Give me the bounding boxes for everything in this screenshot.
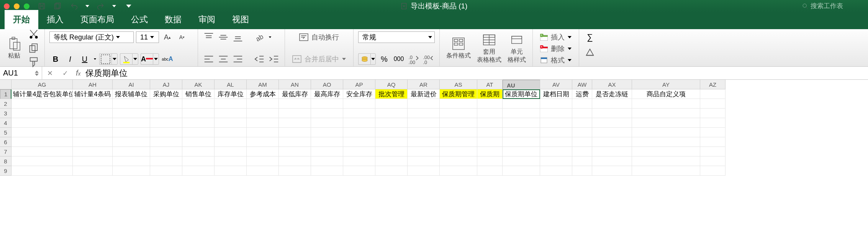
cell-AV4[interactable] <box>540 118 572 128</box>
cell-AP3[interactable] <box>343 109 375 118</box>
cell-AZ6[interactable] <box>700 137 726 147</box>
cell-AJ6[interactable] <box>150 137 182 147</box>
cell-AI4[interactable] <box>113 118 150 128</box>
cell-AO4[interactable] <box>311 118 343 128</box>
cell-AP4[interactable] <box>343 118 375 128</box>
cell-AH9[interactable] <box>73 166 113 176</box>
cell-AP2[interactable] <box>343 99 375 109</box>
zoom-window-button[interactable] <box>24 3 29 9</box>
cell-AW9[interactable] <box>572 166 592 176</box>
cell-AX5[interactable] <box>592 128 632 137</box>
cell-AG2[interactable] <box>11 99 73 109</box>
currency-icon[interactable] <box>358 53 370 65</box>
cell-AV3[interactable] <box>540 109 572 118</box>
cancel-formula-icon[interactable]: ✕ <box>42 69 57 78</box>
fx-icon[interactable]: fx <box>73 69 84 77</box>
cell-AG1[interactable]: 辅计量4是否包装单位 <box>11 89 73 99</box>
column-header-AV[interactable]: AV <box>540 80 572 89</box>
cell-AO7[interactable] <box>311 147 343 156</box>
cell-AW8[interactable] <box>572 156 592 166</box>
cell-AP5[interactable] <box>343 128 375 137</box>
cell-AX7[interactable] <box>592 147 632 156</box>
merge-center-button[interactable]: 合并后居中 <box>290 53 349 65</box>
cell-AN6[interactable] <box>279 137 311 147</box>
align-center-icon[interactable] <box>217 53 229 65</box>
cell-AN1[interactable]: 最低库存 <box>279 89 311 99</box>
cell-AK6[interactable] <box>182 137 215 147</box>
cell-AO8[interactable] <box>311 156 343 166</box>
row-header-8[interactable]: 8 <box>0 156 11 166</box>
tab-page-layout[interactable]: 页面布局 <box>72 10 123 29</box>
cell-AK7[interactable] <box>182 147 215 156</box>
cell-AR6[interactable] <box>408 137 440 147</box>
cell-AK9[interactable] <box>182 166 215 176</box>
cell-AW6[interactable] <box>572 137 592 147</box>
cell-AY2[interactable] <box>632 99 700 109</box>
cell-AK8[interactable] <box>182 156 215 166</box>
cell-AT8[interactable] <box>477 156 503 166</box>
cell-styles-button[interactable]: 单元 格样式 <box>506 31 528 65</box>
cell-AL6[interactable] <box>215 137 247 147</box>
column-header-AY[interactable]: AY <box>632 80 700 89</box>
cell-AZ3[interactable] <box>700 109 726 118</box>
cell-AI6[interactable] <box>113 137 150 147</box>
cell-AU8[interactable] <box>503 156 540 166</box>
column-header-AH[interactable]: AH <box>73 80 113 89</box>
format-painter-icon[interactable] <box>28 56 40 68</box>
increase-decimal-icon[interactable]: .0.00 <box>407 53 419 65</box>
align-left-icon[interactable] <box>203 53 215 65</box>
cell-AG5[interactable] <box>11 128 73 137</box>
column-header-AT[interactable]: AT <box>477 80 503 89</box>
cell-AL2[interactable] <box>215 99 247 109</box>
tab-data[interactable]: 数据 <box>156 10 190 29</box>
cell-AI9[interactable] <box>113 166 150 176</box>
decrease-decimal-icon[interactable]: .00.0 <box>422 53 434 65</box>
row-header-1[interactable]: 1 <box>0 89 11 99</box>
cell-AP9[interactable] <box>343 166 375 176</box>
cell-AY9[interactable] <box>632 166 700 176</box>
cell-AW2[interactable] <box>572 99 592 109</box>
cell-AN2[interactable] <box>279 99 311 109</box>
cell-AZ1[interactable] <box>700 89 726 99</box>
column-header-AP[interactable]: AP <box>343 80 375 89</box>
clear-icon[interactable] <box>584 46 596 58</box>
cell-AU3[interactable] <box>503 109 540 118</box>
cell-AI5[interactable] <box>113 128 150 137</box>
conditional-format-button[interactable]: 条件格式 <box>444 35 473 61</box>
cell-AR3[interactable] <box>408 109 440 118</box>
tab-formulas[interactable]: 公式 <box>123 10 156 29</box>
cell-AH3[interactable] <box>73 109 113 118</box>
row-header-9[interactable]: 9 <box>0 166 11 176</box>
cell-AN8[interactable] <box>279 156 311 166</box>
italic-button[interactable]: I <box>64 53 76 65</box>
cell-AU2[interactable] <box>503 99 540 109</box>
cell-AH5[interactable] <box>73 128 113 137</box>
cell-AJ4[interactable] <box>150 118 182 128</box>
cell-AK5[interactable] <box>182 128 215 137</box>
cell-AH8[interactable] <box>73 156 113 166</box>
column-header-AN[interactable]: AN <box>279 80 311 89</box>
cell-AX9[interactable] <box>592 166 632 176</box>
cell-AQ9[interactable] <box>375 166 408 176</box>
fill-color-button[interactable] <box>120 53 132 65</box>
cell-AP1[interactable]: 安全库存 <box>343 89 375 99</box>
cell-AI3[interactable] <box>113 109 150 118</box>
column-header-AJ[interactable]: AJ <box>150 80 182 89</box>
cell-AL5[interactable] <box>215 128 247 137</box>
column-header-AX[interactable]: AX <box>592 80 632 89</box>
align-bottom-icon[interactable] <box>232 31 244 43</box>
font-name-select[interactable]: 等线 Regular (正文) <box>49 31 134 43</box>
cell-AX8[interactable] <box>592 156 632 166</box>
cell-AR4[interactable] <box>408 118 440 128</box>
orientation-button[interactable]: ab <box>253 31 265 43</box>
cell-AQ7[interactable] <box>375 147 408 156</box>
decrease-font-icon[interactable]: A▾ <box>176 31 188 43</box>
cell-AW4[interactable] <box>572 118 592 128</box>
name-box[interactable]: AU1 <box>0 67 42 79</box>
cell-AV8[interactable] <box>540 156 572 166</box>
cell-AW7[interactable] <box>572 147 592 156</box>
row-header-7[interactable]: 7 <box>0 147 11 156</box>
undo-icon[interactable] <box>69 2 79 10</box>
cell-AY1[interactable]: 商品自定义项 <box>632 89 700 99</box>
cell-AT2[interactable] <box>477 99 503 109</box>
